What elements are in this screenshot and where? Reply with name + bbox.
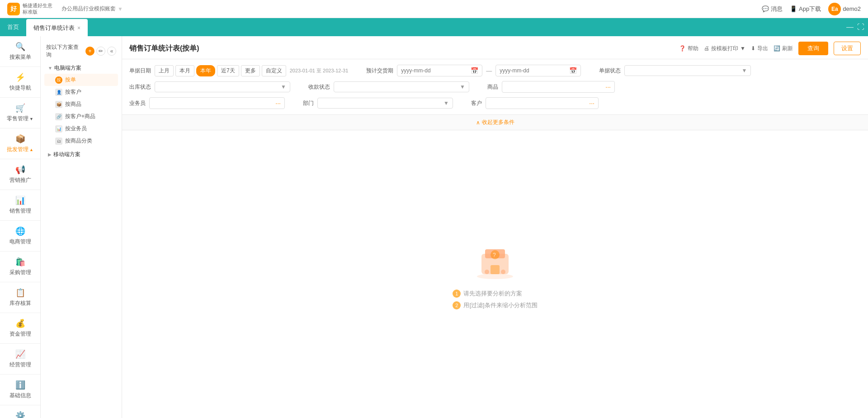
customer-input[interactable]: ··· [486,97,599,109]
filter-row-1: 单据日期 上月 本月 本年 近7天 更多 自定义 2023-01-01 至 20… [129,65,861,76]
delivery-end-input[interactable] [500,67,567,74]
retail-icon: 🛒 [4,103,37,113]
product-more-icon[interactable]: ··· [605,83,611,90]
refresh-btn[interactable]: 🔄 刷新 [774,45,793,52]
tip-num-1: 1 [453,290,461,298]
sidebar-item-finance[interactable]: 💰 资金管理 [0,313,40,344]
query-button[interactable]: 查询 [798,42,828,55]
salesperson-more-icon[interactable]: ··· [275,100,281,107]
sidebar-item-system[interactable]: ⚙️ 系统管理 [0,405,40,418]
top-bar: 好 畅捷通好生意 标准版 办公用品行业模拟账套 ▼ 💬 消息 📱 App下载 E… [0,0,868,18]
collapse-up-icon: ∧ [476,119,480,126]
empty-state: ? 1 请先选择要分析的方案 2 用[过滤]条件来缩小分析范围 [122,130,868,418]
filter-department: 部门 ▼ [303,98,453,109]
date-btn-custom[interactable]: 自定义 [262,65,286,76]
customer-text-input[interactable] [490,100,587,106]
ecommerce-icon: 🌐 [4,226,37,236]
scheme-add-btn[interactable]: + [85,47,94,56]
sidebar-item-ecommerce[interactable]: 🌐 电商管理 [0,221,40,252]
avatar: Ea [828,3,841,15]
scheme-collapse-btn[interactable]: « [107,47,116,56]
sidebar-item-operations[interactable]: 📈 经营管理 [0,344,40,375]
tab-home[interactable]: 首页 [0,18,26,36]
sidebar-item-purchase[interactable]: 🛍️ 采购管理 [0,252,40,282]
scheme-item-by-product[interactable]: 📦 按商品 [44,98,118,110]
scheme-item-by-category[interactable]: 🗂 按商品分类 [44,135,118,147]
delivery-date-end[interactable]: 📅 [495,65,581,76]
tab-expand-btn[interactable]: ⛶ [857,23,864,31]
sidebar-item-retail[interactable]: 🛒 零售管理 ▼ [0,98,40,128]
sidebar-item-marketing[interactable]: 📢 营销推广 [0,159,40,190]
scheme-item-by-order[interactable]: 按 按单 [44,74,118,86]
inventory-icon: 📋 [4,288,37,298]
scheme-panel-header: 按以下方案查询 + ✏ « [41,40,122,62]
filter-payment-status: 收款状态 ▼ [308,81,469,92]
delivery-date-start[interactable]: 📅 [397,65,482,76]
help-btn[interactable]: ❓ 帮助 [679,45,698,52]
scheme-item-by-cust-prod[interactable]: 🔗 按客户+商品 [44,110,118,123]
scheme-pc-group-header[interactable]: ▼ 电脑端方案 [44,62,118,74]
sales-icon: 📊 [4,195,37,205]
collapse-bar[interactable]: ∧ 收起更多条件 [122,115,868,130]
sidebar-item-search[interactable]: 🔍 搜索菜单 [0,36,40,67]
mobile-group-arrow-icon: ▶ [48,152,52,157]
app-logo-text: 畅捷通好生意 标准版 [23,3,52,14]
refresh-icon: 🔄 [774,45,780,52]
sidebar-item-basic[interactable]: ℹ️ 基础信息 [0,375,40,405]
department-select[interactable]: ▼ [317,98,453,109]
date-btn-7days[interactable]: 近7天 [217,65,239,76]
product-input[interactable]: ··· [502,81,615,93]
retail-arrow-icon: ▼ [29,117,33,121]
scheme-mobile-group-header[interactable]: ▶ 移动端方案 [44,149,118,160]
page-header-actions: ❓ 帮助 🖨 按模板打印 ▼ ⬇ 导出 🔄 刷新 [679,42,861,55]
export-btn[interactable]: ⬇ 导出 [751,45,768,52]
sidebar-item-inventory[interactable]: 📋 库存核算 [0,282,40,313]
ship-status-select[interactable]: ▼ [155,81,290,92]
empty-tips: 1 请先选择要分析的方案 2 用[过滤]条件来缩小分析范围 [453,290,537,313]
date-btn-last-month[interactable]: 上月 [155,65,174,76]
filter-salesperson: 业务员 ··· [129,97,285,109]
sidebar-item-sales[interactable]: 📊 销售管理 [0,190,40,221]
svg-point-6 [485,270,489,274]
scheme-edit-btn[interactable]: ✏ [96,47,105,56]
print-dropdown-icon: ▼ [740,45,745,52]
user-menu-btn[interactable]: Ea demo2 [828,3,861,15]
date-btn-this-year[interactable]: 本年 [196,65,215,76]
scheme-by-category-icon: 🗂 [55,138,62,145]
product-text-input[interactable] [506,84,604,90]
sidebar-item-shortcut[interactable]: ⚡ 快捷导航 [0,67,40,98]
tab-minimize-btn[interactable]: — [846,23,854,31]
app-logo-icon: 好 [7,3,20,15]
date-btn-this-month[interactable]: 本月 [175,65,194,76]
scheme-item-by-customer[interactable]: 👤 按客户 [44,86,118,98]
message-icon: 💬 [762,5,769,12]
setting-button[interactable]: 设置 [834,42,861,55]
svg-point-7 [501,270,505,274]
tab-active[interactable]: 销售订单统计表 × [26,19,88,37]
sidebar-item-wholesale[interactable]: 📦 批发管理 ▲ [0,128,40,159]
bill-status-select[interactable]: ▼ [624,65,751,76]
payment-status-select[interactable]: ▼ [334,81,469,92]
date-btn-group: 上月 本月 本年 近7天 更多 自定义 [155,65,286,76]
filter-product: 商品 ··· [487,81,615,93]
date-btn-more[interactable]: 更多 [241,65,260,76]
tab-close-btn[interactable]: × [77,25,80,31]
customer-more-icon[interactable]: ··· [589,100,594,107]
print-btn[interactable]: 🖨 按模板打印 ▼ [704,45,745,52]
filter-ship-status: 出库状态 ▼ [129,81,290,92]
export-icon: ⬇ [751,45,755,52]
scheme-panel: 按以下方案查询 + ✏ « ▼ 电脑端方案 按 按单 [41,36,122,418]
content-area: 按以下方案查询 + ✏ « ▼ 电脑端方案 按 按单 [41,36,868,418]
delivery-start-input[interactable] [401,67,469,74]
salesperson-input[interactable]: ··· [149,97,285,109]
message-btn[interactable]: 💬 消息 [762,5,783,13]
app-download-btn[interactable]: 📱 App下载 [790,5,821,13]
search-icon: 🔍 [4,42,37,52]
scheme-item-by-salesperson[interactable]: 📊 按业务员 [44,123,118,135]
finance-icon: 💰 [4,318,37,328]
salesperson-text-input[interactable] [153,100,274,106]
empty-tip-1: 1 请先选择要分析的方案 [453,290,537,298]
tab-bar: 首页 销售订单统计表 × — ⛶ [0,18,868,36]
filter-row-3: 业务员 ··· 部门 ▼ 客户 [129,97,861,109]
filter-bill-status: 单据状态 ▼ [599,65,751,76]
